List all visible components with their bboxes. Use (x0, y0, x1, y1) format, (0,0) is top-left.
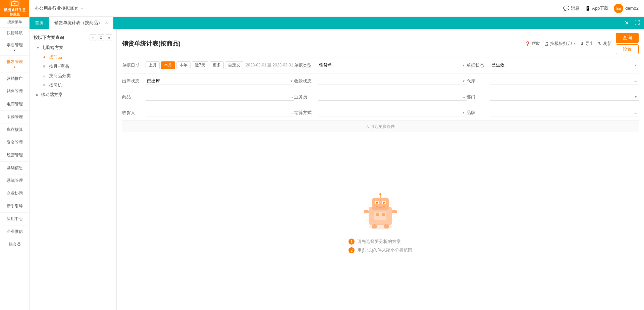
date-btn-lastmonth[interactable]: 上月 (146, 61, 160, 69)
payment-input[interactable] (318, 109, 466, 116)
setting-scheme-btn[interactable]: ⚙ (98, 34, 104, 41)
print-btn[interactable]: 🖨 按模板打印 ▼ (544, 41, 576, 47)
sidebar-item-marketing[interactable]: 营销推广 (0, 72, 29, 85)
out-status-input[interactable] (146, 78, 294, 85)
goods-dots-icon[interactable]: ··· (289, 95, 293, 100)
tab-sales-stat[interactable]: 销货单统计表（按商品） ✕ (49, 17, 113, 29)
sidebar-item-wechat[interactable]: 企业微信 (0, 225, 29, 238)
logo-icon (9, 0, 20, 7)
filter-recipient: 收货人 ··· (122, 107, 294, 118)
bill-status-dropdown-icon[interactable]: ▼ (634, 64, 637, 67)
receipt-status-dropdown-icon[interactable]: ▼ (462, 80, 465, 83)
refresh-label: 刷新 (603, 41, 612, 47)
export-icon: ⬇ (580, 41, 584, 46)
sidebar-item-inventory[interactable]: 库存核算 (0, 123, 29, 136)
tree-node-mobile[interactable]: ▶ 移动端方案 (30, 90, 116, 99)
sidebar-item-guide[interactable]: 新手引导 (0, 200, 29, 213)
date-btn-thisyear[interactable]: 本年 (176, 61, 191, 69)
search-menu[interactable]: 搜索菜单 (0, 17, 29, 28)
sidebar-item-operation[interactable]: 经营管理 (0, 149, 29, 162)
message-btn[interactable]: 💬 消息 (563, 5, 580, 11)
staff-dots-icon[interactable]: ··· (462, 95, 465, 100)
svg-point-8 (383, 202, 385, 204)
staff-input[interactable] (318, 93, 466, 101)
tip-1-text: 请先选择要分析的方案 (357, 239, 401, 245)
tree-child-by-goods[interactable]: ● 按商品 (30, 52, 116, 62)
recipient-dots-icon[interactable]: ··· (289, 110, 293, 115)
sidebar-item-finance[interactable]: 资金管理 (0, 136, 29, 149)
tab-close-window-icon[interactable]: ✕ (623, 19, 631, 27)
collapse-filter-btn[interactable]: ∧ 收起更多条件 (122, 121, 639, 132)
warehouse-input[interactable] (490, 78, 639, 85)
empty-illustration (360, 192, 400, 232)
sidebar-item-basic-label: 基础信息 (7, 165, 23, 171)
sidebar-item-appcenter[interactable]: 应用中心 (0, 213, 29, 225)
filter-payment: 结算方式 ▼ (294, 107, 466, 118)
user-area[interactable]: Ea demo2 (614, 4, 639, 13)
sidebar-item-member[interactable]: 畅会员 (0, 238, 29, 251)
sidebar-item-retail[interactable]: 零售管理 ▼ (0, 39, 29, 56)
recipient-input[interactable] (146, 109, 294, 116)
add-scheme-btn[interactable]: + (90, 34, 96, 41)
tree-child-by-cashier[interactable]: ≡ 按司机 (30, 81, 116, 90)
sidebar-item-system[interactable]: 系统管理 (0, 174, 29, 187)
tip-num-2: 2 (348, 247, 355, 253)
tree-node-pc[interactable]: ▼ 电脑端方案 (30, 43, 116, 52)
tree-child-by-goods-cat[interactable]: ≡ 按商品分类 (30, 71, 116, 81)
tree-expand-icon: ▼ (36, 46, 40, 50)
bill-type-dropdown-icon[interactable]: ▼ (462, 64, 465, 67)
svg-point-1 (14, 3, 15, 4)
date-btn-7days[interactable]: 近7天 (192, 61, 208, 69)
query-button[interactable]: 查询 (616, 33, 639, 43)
dept-dropdown-icon[interactable]: ▼ (634, 95, 637, 99)
sidebar-item-purchase[interactable]: 采购管理 (0, 111, 29, 123)
collapse-panel-btn[interactable]: « (106, 34, 112, 41)
right-panel: 销货单统计表(按商品) ❓ 帮助 🖨 按模板打印 ▼ ⬇ 导出 (117, 29, 644, 310)
filter-row-3: 商品 ··· 业务员 ··· 部门 (122, 89, 639, 105)
payment-dropdown-icon[interactable]: ▼ (462, 111, 465, 114)
app-download-btn[interactable]: 📱 App下载 (585, 5, 608, 11)
brand-input[interactable] (490, 109, 639, 116)
tab-expand-icon[interactable]: ⛶ (633, 19, 641, 27)
quick-nav-label: 快捷导航 (7, 31, 23, 35)
tab-home[interactable]: 首页 (30, 17, 49, 29)
date-btn-more[interactable]: 更多 (210, 61, 224, 69)
sidebar-item-wholesale[interactable]: 批发管理 ▲ (0, 56, 29, 72)
sidebar-item-ecom[interactable]: 电商管理 (0, 98, 29, 111)
tree-mobile-label: 移动端方案 (41, 92, 63, 98)
goods-control: ··· (146, 93, 294, 101)
export-btn[interactable]: ⬇ 导出 (580, 41, 594, 47)
svg-rect-4 (372, 198, 389, 210)
topbar-left: 办公用品行业模拟账套 ▾ (35, 5, 83, 11)
tab-close-icon[interactable]: ✕ (105, 21, 108, 25)
help-btn[interactable]: ❓ 帮助 (525, 41, 540, 47)
sidebar-item-enterprise[interactable]: 企业协同 (0, 187, 29, 200)
app-name: 畅捷通好生意 (4, 8, 26, 12)
date-btn-thismonth[interactable]: 本月 (161, 61, 175, 69)
avatar: Ea (614, 4, 623, 13)
quick-nav[interactable]: 快捷导航 (0, 28, 29, 39)
warehouse-control: ··· (490, 78, 639, 85)
payment-label: 结算方式 (294, 110, 318, 116)
warehouse-dots-icon[interactable]: ··· (634, 79, 637, 84)
bill-type-input[interactable] (318, 62, 466, 69)
bill-status-input[interactable] (490, 62, 639, 69)
tree-child-by-month-goods[interactable]: ≡ 按月+商品 (30, 62, 116, 71)
setting-button[interactable]: 设置 (616, 44, 639, 54)
staff-control: ··· (318, 93, 466, 101)
goods-input[interactable] (146, 93, 294, 101)
main-area: 办公用品行业模拟账套 ▾ 💬 消息 📱 App下载 Ea demo2 首页 (30, 0, 644, 310)
dept-input[interactable] (490, 93, 639, 101)
industry-dropdown-icon[interactable]: ▾ (81, 6, 83, 10)
date-btn-custom[interactable]: 自定义 (225, 61, 243, 69)
message-label: 消息 (571, 5, 580, 11)
receipt-status-input[interactable] (318, 78, 466, 85)
brand-dots-icon[interactable]: ··· (634, 110, 637, 115)
refresh-btn[interactable]: ↻ 刷新 (598, 41, 612, 47)
sidebar-item-sales[interactable]: 销售管理 (0, 85, 29, 98)
sidebar-item-basic[interactable]: 基础信息 (0, 162, 29, 174)
out-status-dropdown-icon[interactable]: ▼ (290, 80, 293, 83)
tab-actions: ✕ ⛶ (623, 19, 644, 27)
print-dropdown-icon[interactable]: ▼ (573, 42, 576, 45)
topbar: 办公用品行业模拟账套 ▾ 💬 消息 📱 App下载 Ea demo2 (30, 0, 644, 17)
